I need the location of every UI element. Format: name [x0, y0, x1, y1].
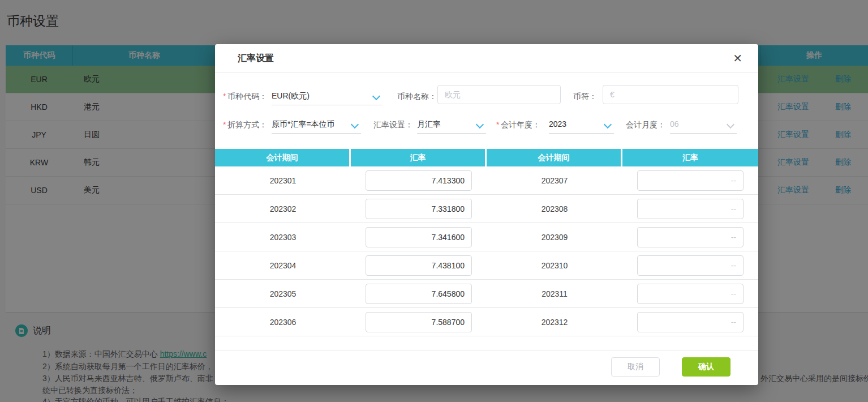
chevron-down-icon [372, 92, 380, 100]
period-value: 202305 [215, 289, 351, 298]
rate-table: 会计期间 汇率 会计期间 汇率 202301 202307 202302 202… [215, 149, 758, 336]
chevron-down-icon [351, 121, 359, 129]
currency-symbol-field[interactable] [603, 85, 738, 104]
rate-input[interactable] [366, 312, 472, 332]
rate-input[interactable] [366, 255, 472, 276]
rate-row: 202304 202310 [215, 251, 758, 280]
period-value: 202302 [215, 204, 351, 213]
required-marker: * [496, 120, 499, 129]
rate-col-period-right: 会计期间 [487, 149, 622, 166]
period-value: 202306 [215, 318, 351, 327]
fiscal-year-select[interactable]: 2023 [549, 119, 614, 134]
rate-col-rate-right: 汇率 [622, 149, 758, 166]
chevron-down-icon [604, 121, 612, 129]
period-value: 202308 [487, 204, 622, 213]
rate-col-rate-left: 汇率 [351, 149, 487, 166]
cancel-button[interactable]: 取消 [611, 357, 660, 377]
chevron-down-icon [476, 121, 484, 129]
period-value: 202312 [487, 318, 622, 327]
rate-input-empty[interactable] [637, 312, 744, 332]
fiscal-month-select: 06 [670, 119, 737, 134]
period-value: 202304 [215, 261, 351, 270]
chevron-down-icon [727, 121, 734, 129]
period-value: 202307 [487, 176, 622, 185]
dialog-title: 汇率设置 [238, 53, 274, 65]
conversion-select[interactable]: 原币*汇率=本位币 [272, 119, 361, 134]
rate-row: 202301 202307 [215, 166, 758, 195]
period-value: 202303 [215, 233, 351, 242]
rate-input-empty[interactable] [637, 255, 744, 276]
rate-input-empty[interactable] [637, 284, 744, 304]
rate-input-empty[interactable] [637, 199, 744, 219]
rate-type-label: 汇率设置： [373, 120, 413, 130]
period-value: 202310 [487, 261, 622, 270]
currency-name-field[interactable] [437, 85, 561, 104]
currency-name-label: 币种名称： [397, 92, 437, 102]
currency-code-label: 币种代码： [227, 92, 267, 102]
close-icon[interactable]: ✕ [733, 51, 742, 66]
rate-row: 202305 202311 [215, 280, 758, 308]
rate-input[interactable] [366, 227, 472, 247]
fiscal-year-label: 会计年度： [501, 120, 540, 130]
footer-divider [215, 350, 758, 350]
period-value: 202311 [487, 289, 622, 298]
period-value: 202301 [215, 176, 351, 185]
rate-col-period-left: 会计期间 [215, 149, 351, 166]
conversion-label: 折算方式： [227, 120, 267, 130]
exchange-rate-dialog: 汇率设置 ✕ * 币种代码： EUR(欧元) 币种名称： 币符： * 折算方式：… [215, 44, 758, 385]
rate-input[interactable] [366, 199, 472, 219]
fiscal-month-label: 会计月度： [626, 120, 665, 130]
rate-table-header: 会计期间 汇率 会计期间 汇率 [215, 149, 758, 166]
currency-symbol-label: 币符： [573, 92, 597, 102]
rate-input[interactable] [366, 170, 472, 191]
required-marker: * [223, 92, 226, 101]
rate-row: 202302 202308 [215, 195, 758, 223]
header-divider [215, 72, 758, 73]
confirm-button[interactable]: 确认 [682, 357, 731, 377]
rate-input[interactable] [366, 284, 472, 304]
required-marker: * [223, 120, 226, 129]
rate-row: 202303 202309 [215, 223, 758, 251]
currency-code-select[interactable]: EUR(欧元) [272, 91, 383, 105]
period-value: 202309 [487, 233, 622, 242]
rate-input-empty[interactable] [637, 170, 744, 191]
rate-row: 202306 202312 [215, 308, 758, 336]
rate-input-empty[interactable] [637, 227, 744, 247]
rate-type-select[interactable]: 月汇率 [417, 119, 486, 134]
